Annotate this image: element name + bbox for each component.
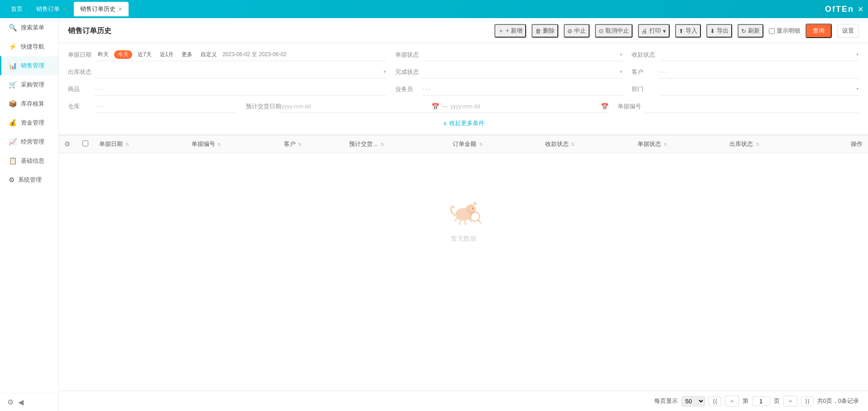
- next-page-button[interactable]: ＞: [783, 396, 797, 406]
- tab-sales-order-history[interactable]: 销售订单历史 ✕: [74, 2, 129, 16]
- first-page-button[interactable]: ⟨⟨: [709, 396, 721, 406]
- current-page-input[interactable]: [752, 396, 770, 406]
- th-bill-status[interactable]: 单据状态 ⇅: [632, 135, 724, 153]
- new-button[interactable]: ＋ + 新增: [494, 24, 526, 38]
- select-all-checkbox[interactable]: [82, 140, 88, 146]
- settings-button[interactable]: 设置: [837, 24, 859, 38]
- complete-status-control[interactable]: ▾: [422, 66, 623, 78]
- refresh-button[interactable]: ↻ 刷新: [738, 24, 763, 38]
- date-tab-more[interactable]: 更多: [179, 50, 195, 59]
- sidebar-settings-icon[interactable]: ⚙: [7, 398, 14, 406]
- top-bar: 首页 销售订单 ✕ 销售订单历史 ✕ OfTEn ✕: [0, 0, 868, 18]
- import-button[interactable]: ⬆ 导入: [675, 24, 701, 38]
- date-tab-custom[interactable]: 自定义: [198, 50, 220, 59]
- th-order-amount[interactable]: 订单金额 ⇅: [447, 135, 540, 153]
- date-tab-7days[interactable]: 近7天: [135, 50, 154, 59]
- salesman-control[interactable]: ···: [422, 83, 623, 96]
- date-tab-yesterday[interactable]: 昨天: [95, 50, 111, 59]
- sidebar-item-operations-label: 经营管理: [21, 138, 44, 146]
- tab-sales-order[interactable]: 销售订单 ✕: [30, 2, 73, 16]
- quick-nav-icon: ⚡: [9, 43, 17, 51]
- sort-customer-icon: ⇅: [298, 142, 302, 147]
- svg-line-5: [465, 221, 466, 225]
- pay-status-control[interactable]: ▾: [659, 48, 859, 61]
- th-customer[interactable]: 客户 ⇅: [278, 135, 344, 153]
- customer-more-btn[interactable]: ···: [659, 68, 667, 76]
- delivery-start-date[interactable]: yyyy-mm-dd: [281, 103, 432, 110]
- sidebar-item-finance[interactable]: 💰 资金管理: [0, 113, 58, 132]
- date-tab-today[interactable]: 今天: [114, 50, 132, 59]
- out-status-control[interactable]: ▾: [95, 66, 386, 78]
- show-detail-checkbox[interactable]: [769, 28, 775, 34]
- sidebar-item-sales-mgmt-label: 销售管理: [21, 62, 44, 70]
- cancel-stop-button[interactable]: ⊙ 取消中止: [595, 24, 633, 38]
- prev-page-button[interactable]: ＜: [725, 396, 739, 406]
- bill-status-arrow: ▾: [620, 52, 623, 58]
- th-bill-date[interactable]: 单据日期 ⇅: [94, 135, 186, 153]
- stop-button[interactable]: ⊘ 中止: [564, 24, 590, 38]
- delete-icon: 🗑: [535, 28, 541, 34]
- pay-status-dropdown[interactable]: ▾: [659, 52, 859, 58]
- customer-control[interactable]: ···: [659, 66, 859, 78]
- sidebar-item-inventory-label: 库存核算: [21, 100, 44, 108]
- sidebar-item-purchase-mgmt[interactable]: 🛒 采购管理: [0, 75, 58, 94]
- show-detail-checkbox-wrapper[interactable]: 显示明细: [769, 27, 800, 35]
- th-out-status[interactable]: 出库状态 ⇅: [724, 135, 816, 153]
- sidebar-item-system[interactable]: ⚙ 系统管理: [0, 170, 58, 189]
- th-pay-status[interactable]: 收款状态 ⇅: [540, 135, 632, 153]
- tab-sales-order-close[interactable]: ✕: [62, 6, 67, 12]
- print-icon: 🖨: [642, 28, 647, 34]
- delivery-end-date[interactable]: yyyy-mm-dd: [451, 103, 601, 110]
- filter-item-department: 部门 ▾: [632, 83, 859, 96]
- svg-line-9: [478, 220, 481, 223]
- page-size-select[interactable]: 10 20 50 100: [681, 396, 705, 406]
- search-menu-icon: 🔍: [9, 24, 17, 32]
- th-bill-no[interactable]: 单据编号 ⇅: [186, 135, 278, 153]
- department-dropdown[interactable]: ▾: [659, 86, 859, 92]
- date-range: 2023-06-02 至 2023-06-02: [222, 51, 286, 58]
- tab-sales-order-history-label: 销售订单历史: [80, 5, 115, 13]
- bill-status-control[interactable]: ▾: [422, 48, 623, 61]
- complete-status-dropdown[interactable]: ▾: [422, 69, 623, 75]
- delete-button[interactable]: 🗑 删除: [532, 24, 558, 38]
- system-icon: ⚙: [9, 176, 14, 184]
- collapse-label: 收起更多条件: [449, 119, 484, 127]
- sidebar-collapse-icon[interactable]: ◀: [18, 398, 24, 406]
- last-page-button[interactable]: ⟩⟩: [801, 396, 814, 406]
- bill-no-input[interactable]: [645, 103, 859, 110]
- tab-home[interactable]: 首页: [5, 2, 29, 16]
- sidebar-item-sales-mgmt[interactable]: 📊 销售管理: [0, 56, 58, 75]
- goods-more-btn[interactable]: ···: [95, 85, 104, 93]
- tab-sales-order-history-close[interactable]: ✕: [118, 6, 122, 12]
- th-delivery-date[interactable]: 预计交货... ⇅: [344, 135, 447, 153]
- pay-status-label: 收款状态: [632, 51, 659, 59]
- warehouse-control[interactable]: ···: [95, 100, 237, 113]
- th-action: 操作: [816, 135, 868, 153]
- sidebar-item-operations[interactable]: 📈 经营管理: [0, 132, 58, 151]
- department-control[interactable]: ▾: [659, 83, 859, 96]
- date-tab-1month[interactable]: 近1月: [157, 50, 177, 59]
- export-button[interactable]: ⬇ 导出: [706, 24, 732, 38]
- bill-status-dropdown[interactable]: ▾: [422, 52, 623, 58]
- table-settings-icon[interactable]: ⚙: [64, 140, 70, 148]
- query-button[interactable]: 查询: [806, 24, 832, 38]
- warehouse-more-btn[interactable]: ···: [95, 102, 104, 111]
- sidebar-item-quick-nav[interactable]: ⚡ 快捷导航: [0, 37, 58, 56]
- sidebar-item-inventory[interactable]: 📦 库存核算: [0, 94, 58, 113]
- sidebar-item-search-menu[interactable]: 🔍 搜索菜单: [0, 18, 58, 37]
- bill-no-control[interactable]: [645, 100, 859, 113]
- sidebar-item-basic-info[interactable]: 📋 基础信息: [0, 151, 58, 170]
- goods-control[interactable]: ···: [95, 83, 386, 96]
- export-icon: ⬇: [710, 28, 715, 34]
- out-status-dropdown[interactable]: ▾: [95, 69, 386, 75]
- toolbar: ＋ + 新增 🗑 删除 ⊘ 中止 ⊙ 取消中止: [494, 24, 859, 38]
- end-calendar-icon[interactable]: 📅: [601, 103, 609, 110]
- collapse-row[interactable]: ∧ 收起更多条件: [68, 117, 859, 129]
- filter-item-bill-no: 单据编号: [618, 100, 859, 113]
- start-calendar-icon[interactable]: 📅: [432, 103, 439, 110]
- print-button[interactable]: 🖨 打印 ▾: [638, 24, 670, 38]
- salesman-more-btn[interactable]: ···: [422, 85, 431, 93]
- filter-item-complete-status: 完成状态 ▾: [395, 66, 623, 78]
- filter-row-2: 出库状态 ▾ 完成状态 ▾: [68, 66, 859, 78]
- window-close-icon[interactable]: ✕: [858, 5, 863, 14]
